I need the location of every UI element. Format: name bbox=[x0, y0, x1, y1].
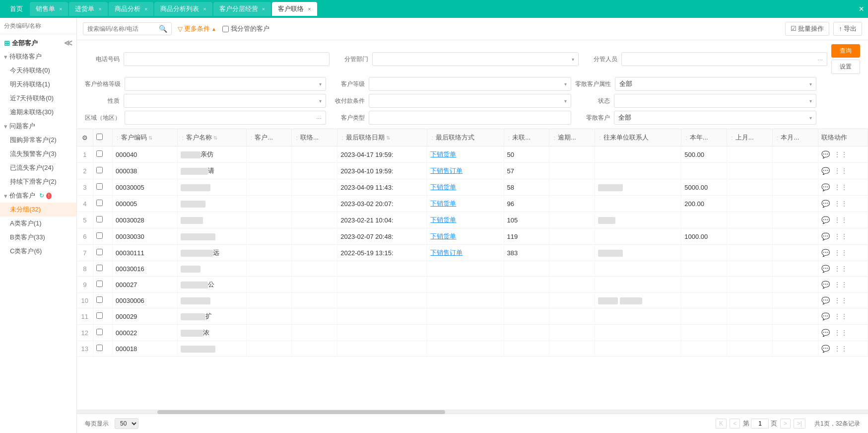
chat-icon[interactable]: 💬 bbox=[821, 281, 830, 289]
prev-page-button[interactable]: < bbox=[730, 419, 740, 429]
sidebar-item-declining[interactable]: 持续下滑客户(2) bbox=[0, 175, 76, 189]
row-checkbox-cell[interactable] bbox=[93, 261, 112, 277]
close-icon[interactable]: × bbox=[203, 6, 206, 12]
apps-icon[interactable]: ⋮⋮ bbox=[834, 200, 848, 208]
last-method-link[interactable]: 下销货单 bbox=[430, 200, 456, 207]
row-checkbox-cell[interactable] bbox=[93, 293, 112, 308]
row-checkbox[interactable] bbox=[96, 232, 103, 239]
sidebar-item-churned[interactable]: 已流失客户(24) bbox=[0, 161, 76, 175]
my-customers-checkbox-area[interactable]: 我分管的客户 bbox=[222, 24, 269, 33]
row-checkbox[interactable] bbox=[96, 249, 103, 255]
chat-icon[interactable]: 💬 bbox=[821, 167, 830, 175]
chat-icon[interactable]: 💬 bbox=[821, 296, 830, 304]
filter-payment-select[interactable]: ▾ bbox=[369, 94, 571, 108]
sidebar-item-today[interactable]: 今天待联络(0) bbox=[0, 64, 76, 77]
apps-icon[interactable]: ⋮⋮ bbox=[834, 232, 848, 240]
last-method-link[interactable]: 下销售订单 bbox=[430, 249, 463, 256]
sidebar-item-ungrouped[interactable]: 未分组(32) bbox=[0, 203, 76, 216]
search-input[interactable] bbox=[87, 25, 157, 32]
last-method-link[interactable]: 下销售订单 bbox=[430, 167, 463, 174]
sidebar-item-abnormal[interactable]: 囤购异常客户(2) bbox=[0, 133, 76, 147]
query-button[interactable]: 查询 bbox=[831, 44, 860, 58]
select-all-checkbox[interactable] bbox=[96, 134, 103, 140]
sidebar-item-churn-warning[interactable]: 流失预警客户(3) bbox=[0, 147, 76, 161]
filter-person-input[interactable]: ··· bbox=[621, 52, 827, 66]
row-checkbox-cell[interactable] bbox=[93, 325, 112, 341]
chat-icon[interactable]: 💬 bbox=[821, 249, 830, 257]
row-checkbox[interactable] bbox=[96, 329, 103, 335]
filter-sparse-cust-select[interactable]: 全部▾ bbox=[614, 111, 816, 125]
last-method-link[interactable]: 下销货单 bbox=[430, 183, 456, 191]
chat-icon[interactable]: 💬 bbox=[821, 312, 830, 320]
chat-icon[interactable]: 💬 bbox=[821, 150, 830, 158]
reset-button[interactable]: 设置 bbox=[831, 60, 860, 74]
row-checkbox-cell[interactable] bbox=[93, 212, 112, 228]
row-checkbox-cell[interactable] bbox=[93, 308, 112, 325]
apps-icon[interactable]: ⋮⋮ bbox=[834, 150, 848, 158]
apps-icon[interactable]: ⋮⋮ bbox=[834, 216, 848, 224]
row-checkbox[interactable] bbox=[96, 265, 103, 271]
nav-tab-analysis[interactable]: 商品分析 × bbox=[109, 2, 153, 16]
last-method-link[interactable]: 下销货单 bbox=[430, 150, 456, 158]
sidebar-item-a-class[interactable]: A类客户(1) bbox=[0, 216, 76, 230]
row-checkbox-cell[interactable] bbox=[93, 163, 112, 179]
sidebar-item-7days[interactable]: 近7天待联络(0) bbox=[0, 91, 76, 105]
nav-tab-analysis-list[interactable]: 商品分析列表 × bbox=[154, 2, 212, 16]
row-checkbox-cell[interactable] bbox=[93, 341, 112, 357]
apps-icon[interactable]: ⋮⋮ bbox=[834, 312, 848, 320]
row-checkbox[interactable] bbox=[96, 167, 103, 173]
filter-cust-type-input[interactable] bbox=[369, 111, 571, 125]
export-button[interactable]: ↑ 导出 bbox=[833, 22, 862, 36]
close-icon[interactable]: × bbox=[59, 6, 62, 12]
sidebar-item-tomorrow[interactable]: 明天待联络(1) bbox=[0, 77, 76, 91]
apps-icon[interactable]: ⋮⋮ bbox=[834, 345, 848, 353]
apps-icon[interactable]: ⋮⋮ bbox=[834, 296, 848, 304]
chat-icon[interactable]: 💬 bbox=[821, 216, 830, 224]
chat-icon[interactable]: 💬 bbox=[821, 345, 830, 353]
row-checkbox[interactable] bbox=[96, 150, 103, 157]
filter-status-select[interactable]: ▾ bbox=[614, 94, 816, 108]
my-customers-checkbox[interactable] bbox=[222, 26, 229, 32]
collapse-icon[interactable]: ≪ bbox=[64, 38, 72, 48]
row-checkbox[interactable] bbox=[96, 281, 103, 287]
nav-tab-customer-tier[interactable]: 客户分层经营 × bbox=[213, 2, 271, 16]
filter-nature-select[interactable]: ▾ bbox=[124, 94, 326, 108]
apps-icon[interactable]: ⋮⋮ bbox=[834, 249, 848, 257]
chat-icon[interactable]: 💬 bbox=[821, 200, 830, 208]
search-box[interactable]: 🔍 bbox=[83, 22, 172, 35]
row-checkbox[interactable] bbox=[96, 183, 103, 190]
row-checkbox-cell[interactable] bbox=[93, 277, 112, 293]
close-icon[interactable]: × bbox=[98, 6, 101, 12]
sidebar-item-c-class[interactable]: C类客户(6) bbox=[0, 244, 76, 258]
close-icon[interactable]: × bbox=[144, 6, 147, 12]
row-checkbox-cell[interactable] bbox=[93, 228, 112, 245]
apps-icon[interactable]: ⋮⋮ bbox=[834, 329, 848, 337]
more-conditions-button[interactable]: ▽ 更多条件 ▲ bbox=[178, 24, 216, 33]
all-customers-header[interactable]: ⊞ 全部客户 ≪ bbox=[0, 34, 76, 50]
apps-icon[interactable]: ⋮⋮ bbox=[834, 183, 848, 191]
sidebar-group-value[interactable]: ▾ 价值客户 ↻ ! bbox=[0, 189, 76, 203]
nav-tab-purchase[interactable]: 进货单 × bbox=[69, 2, 107, 16]
row-checkbox[interactable] bbox=[96, 216, 103, 222]
chat-icon[interactable]: 💬 bbox=[821, 329, 830, 337]
search-icon[interactable]: 🔍 bbox=[159, 25, 167, 33]
nav-tab-home[interactable]: 首页 bbox=[4, 2, 29, 16]
last-method-link[interactable]: 下销货单 bbox=[430, 216, 456, 223]
close-all-button[interactable]: × bbox=[859, 4, 864, 14]
sidebar-group-pending[interactable]: ▾ 待联络客户 bbox=[0, 50, 76, 64]
apps-icon[interactable]: ⋮⋮ bbox=[834, 167, 848, 175]
apps-icon[interactable]: ⋮⋮ bbox=[834, 281, 848, 289]
row-checkbox-cell[interactable] bbox=[93, 196, 112, 212]
page-number-input[interactable] bbox=[751, 419, 769, 429]
chat-icon[interactable]: 💬 bbox=[821, 232, 830, 240]
row-checkbox-cell[interactable] bbox=[93, 179, 112, 196]
row-checkbox[interactable] bbox=[96, 296, 103, 303]
sidebar-group-problem[interactable]: ▾ 问题客户 bbox=[0, 119, 76, 133]
filter-phone-input[interactable] bbox=[124, 52, 330, 66]
sidebar-item-overdue[interactable]: 逾期未联络(30) bbox=[0, 105, 76, 119]
close-icon[interactable]: × bbox=[262, 6, 265, 12]
row-checkbox[interactable] bbox=[96, 345, 103, 351]
row-checkbox-cell[interactable] bbox=[93, 245, 112, 261]
last-page-button[interactable]: >| bbox=[794, 419, 805, 429]
chat-icon[interactable]: 💬 bbox=[821, 265, 830, 273]
